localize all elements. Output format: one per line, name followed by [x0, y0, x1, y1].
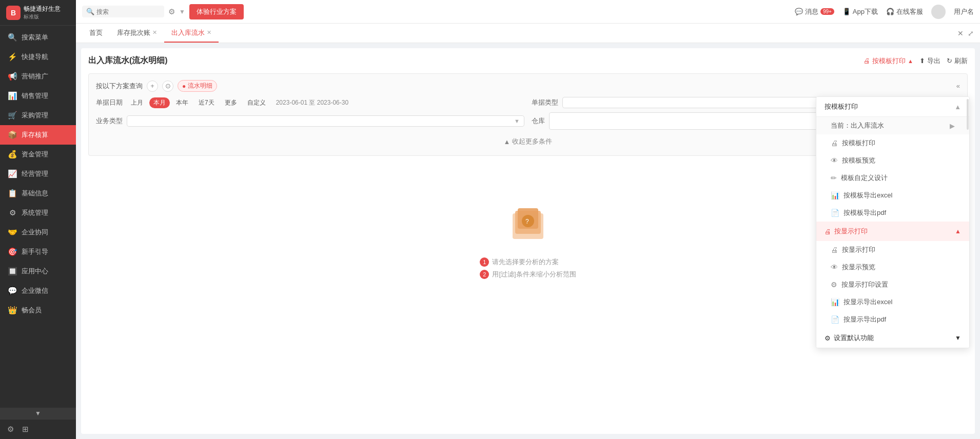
sidebar-item-purchase[interactable]: 🛒采购管理: [0, 106, 76, 125]
sidebar-item-ops[interactable]: 📈经营管理: [0, 164, 76, 184]
sidebar-item-quick-nav[interactable]: ⚡快捷导航: [0, 47, 76, 67]
close-inout-flow-icon[interactable]: ✕: [207, 29, 211, 36]
date-range-display: 2023-06-01 至 2023-06-30: [276, 98, 348, 107]
nav-label-app-center: 应用中心: [22, 267, 48, 276]
excel2-icon: 📊: [831, 298, 839, 306]
sidebar-scroll-down[interactable]: ▼: [0, 408, 76, 419]
purchase-icon: 🛒: [7, 111, 17, 120]
settings-icon[interactable]: ⚙: [7, 425, 14, 434]
nav-label-inventory: 库存核算: [22, 130, 48, 139]
message-item[interactable]: 💬 消息 99+: [795, 7, 834, 16]
empty-illustration: ?: [502, 198, 554, 249]
dropdown-item-display-excel[interactable]: 📊 按显示导出excel: [816, 293, 969, 311]
user-avatar[interactable]: [931, 5, 946, 19]
filter-add-button[interactable]: +: [147, 81, 158, 92]
enterprise-icon: 🤝: [7, 228, 17, 237]
dropdown-item-template-preview[interactable]: 👁 按模板预览: [816, 152, 969, 169]
sidebar-item-basic[interactable]: 📋基础信息: [0, 184, 76, 203]
phone-icon: 📱: [842, 8, 851, 15]
tab-home[interactable]: 首页: [82, 24, 110, 43]
dropdown-item-display-print[interactable]: 🖨 按显示打印: [816, 241, 969, 258]
date-opt-more[interactable]: 更多: [221, 97, 241, 108]
tabs-bar: 首页 库存批次账 ✕ 出入库流水 ✕ ✕ ⤢: [76, 24, 980, 43]
biz-type-select-wrap: ▼: [127, 115, 524, 127]
dropdown-close-icon[interactable]: ▲: [954, 103, 961, 111]
dropdown-item-template-customize[interactable]: ✏ 模板自定义设计: [816, 169, 969, 187]
sidebar-item-guide[interactable]: 🎯新手引导: [0, 242, 76, 262]
logo-text: 畅捷通好生意 标准版: [24, 5, 61, 20]
biz-type-select[interactable]: ▼: [127, 115, 524, 127]
sidebar-item-marketing[interactable]: 📢营销推广: [0, 67, 76, 86]
sidebar-item-finance[interactable]: 💰资金管理: [0, 145, 76, 164]
dropdown-item-display-pdf[interactable]: 📄 按显示导出pdf: [816, 311, 969, 328]
wechat-icon: 💬: [7, 286, 17, 295]
filter-label: 按以下方案查询: [96, 82, 143, 91]
search-icon: 🔍: [86, 8, 94, 15]
dropdown-display-section-header[interactable]: 🖨 按显示打印 ▲: [816, 222, 969, 241]
sidebar-item-member[interactable]: 👑畅会员: [0, 301, 76, 320]
date-options: 上月 本月 本年 近7天 更多 自定义: [127, 97, 270, 108]
dropdown-panel: 按模板打印 ▲ 当前：出入库流水 ▶ 🖨 按模板打印 👁 按模板预览: [816, 96, 970, 348]
tab-inventory-batch[interactable]: 库存批次账 ✕: [110, 24, 164, 43]
sidebar-item-enterprise[interactable]: 🤝企业协同: [0, 223, 76, 242]
settings-gear-icon[interactable]: ⚙: [168, 7, 175, 16]
date-opt-custom[interactable]: 自定义: [243, 97, 270, 108]
tab-inout-flow[interactable]: 出入库流水 ✕: [164, 24, 219, 43]
sidebar-item-system[interactable]: ⚙系统管理: [0, 203, 76, 223]
close-tab-button[interactable]: ✕: [957, 29, 964, 37]
sidebar-item-inventory[interactable]: 📦库存核算: [0, 125, 76, 145]
online-service-item[interactable]: 🎧 在线客服: [886, 7, 923, 16]
maximize-tab-button[interactable]: ⤢: [968, 29, 974, 37]
print-template-button[interactable]: 🖨 按模板打印 ▲: [864, 56, 913, 66]
dropdown-item-template-excel[interactable]: 📊 按模板导出excel: [816, 187, 969, 204]
sidebar-item-wechat[interactable]: 💬企业微信: [0, 281, 76, 301]
page-title: 出入库流水(流水明细): [88, 55, 168, 66]
marketing-icon: 📢: [7, 72, 17, 81]
collapse-icon[interactable]: ⊞: [22, 425, 29, 434]
filter-collapse-icon[interactable]: «: [956, 82, 960, 90]
app-download-item[interactable]: 📱 App下载: [842, 7, 878, 16]
filter-header: 按以下方案查询 + ⊙ ● 流水明细 «: [96, 80, 960, 92]
close-inventory-batch-icon[interactable]: ✕: [152, 29, 157, 36]
topbar-chevron[interactable]: ▼: [179, 8, 185, 15]
tab-inventory-batch-label: 库存批次账: [117, 28, 150, 37]
date-opt-last-month[interactable]: 上月: [127, 97, 147, 108]
preview2-icon: 👁: [831, 263, 838, 271]
logo-icon: B: [6, 6, 21, 20]
date-opt-7days[interactable]: 近7天: [194, 97, 219, 108]
filter-date-field: 单据日期 上月 本月 本年 近7天 更多 自定义 2023-06-01 至 20…: [96, 97, 524, 108]
display-print-section-icon: 🖨: [825, 228, 831, 235]
export-button[interactable]: ⬆ 导出: [919, 56, 940, 66]
date-opt-this-year[interactable]: 本年: [172, 97, 192, 108]
filter-biz-field: 业务类型 ▼: [96, 115, 524, 127]
dropdown-current[interactable]: 当前：出入库流水 ▶: [816, 117, 969, 134]
dropdown-item-template-pdf[interactable]: 📄 按模板导出pdf: [816, 204, 969, 222]
date-opt-this-month[interactable]: 本月: [149, 97, 170, 108]
sidebar-item-search[interactable]: 🔍搜索菜单: [0, 28, 76, 47]
sidebar-item-sales[interactable]: 📊销售管理: [0, 86, 76, 106]
type-label: 单据类型: [532, 98, 558, 107]
system-icon: ⚙: [7, 208, 17, 217]
page-inner: 出入库流水(流水明细) 🖨 按模板打印 ▲ ⬆ 导出 ↻ 刷新: [81, 48, 975, 434]
nav-label-marketing: 营销推广: [22, 72, 48, 81]
nav-label-basic: 基础信息: [22, 189, 48, 198]
dropdown-item-template-print[interactable]: 🖨 按模板打印: [816, 134, 969, 152]
filter-tag: ● 流水明细: [178, 80, 217, 92]
refresh-button[interactable]: ↻ 刷新: [947, 56, 968, 66]
date-label: 单据日期: [96, 98, 123, 107]
dropdown-item-display-preview[interactable]: 👁 按显示预览: [816, 258, 969, 276]
pdf-icon: 📄: [831, 209, 839, 217]
dropdown-item-display-settings[interactable]: ⚙ 按显示打印设置: [816, 276, 969, 293]
nav-label-member: 畅会员: [22, 306, 42, 315]
topbar-search: 🔍: [82, 6, 164, 17]
tab-inout-flow-label: 出入库流水: [171, 28, 205, 37]
filter-settings-button[interactable]: ⊙: [162, 81, 173, 92]
search-input[interactable]: [96, 8, 148, 15]
ops-icon: 📈: [7, 169, 17, 178]
dropdown-scrollbar[interactable]: [966, 97, 969, 348]
industry-solution-button[interactable]: 体验行业方案: [189, 4, 244, 19]
user-name: 用户名: [954, 7, 974, 16]
quick-nav-icon: ⚡: [7, 52, 17, 62]
dropdown-settings-section-header[interactable]: ⚙ 设置默认功能 ▼: [816, 328, 969, 348]
sidebar-item-app-center[interactable]: 🔲应用中心: [0, 262, 76, 281]
